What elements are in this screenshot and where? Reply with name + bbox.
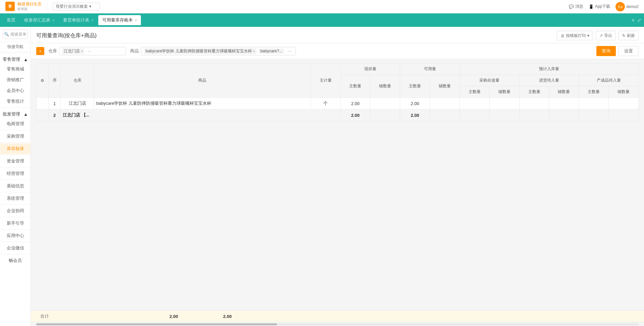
sidebar-item-ops[interactable]: 经营管理: [0, 168, 31, 179]
cell-warehouse: 江北门店: [61, 98, 94, 109]
query-btn[interactable]: 查询: [596, 46, 616, 56]
tab-order-stat[interactable]: 要货单统计表 ×: [59, 15, 97, 25]
subtotal-row: 2 江北门店 【... 2.00 2.00: [37, 109, 639, 121]
cell-production-aux: [609, 98, 639, 109]
footer-label: 合计: [36, 313, 53, 319]
remove-product-tag-1[interactable]: ×: [253, 49, 255, 53]
warehouse-tag-container[interactable]: 江北门店 × ···: [59, 47, 126, 55]
page-actions: 🖨 按模板打印 ▾ ↗ 导出 ↻ 刷新: [557, 31, 639, 40]
sidebar-item-retail-stats[interactable]: 零售统计: [0, 96, 31, 107]
warehouse-more-btn[interactable]: ···: [86, 48, 93, 54]
footer-available-main: 2.00: [214, 314, 241, 319]
subtotal-stock-aux: [370, 109, 400, 121]
sidebar-item-appstore[interactable]: 应用中心: [0, 230, 31, 241]
footer-stock-main: 2.00: [160, 314, 187, 319]
sidebar-item-guide[interactable]: 新手引导: [0, 218, 31, 229]
export-btn[interactable]: ↗ 导出: [596, 31, 616, 40]
th-purchase-aux: 辅数量: [489, 86, 519, 98]
sidebar-group-retail-header[interactable]: 零售管理 ▲: [0, 54, 31, 64]
cell-purchase-aux: [489, 98, 519, 109]
sidebar-item-wechat[interactable]: 企业微信: [0, 243, 31, 253]
product-tag-1: babycare学饮杯 儿童防摔防撞吸管杯重力球吸嘴杯宝宝水杯 ×: [144, 48, 257, 54]
sidebar-item-marketing[interactable]: 营销推广: [0, 75, 31, 85]
sidebar-item-finance[interactable]: 资金管理: [0, 156, 31, 167]
th-gear[interactable]: ⚙: [37, 63, 49, 98]
table-scrollbar-track[interactable]: [36, 323, 639, 325]
sidebar-group-wholesale-header[interactable]: 批发管理 ▲: [0, 108, 31, 119]
top-bar-left: 婴 畅捷通好生意 标准版 母婴行业演示账套 ▾: [5, 2, 100, 11]
cell-incoming-main: [519, 98, 549, 109]
message-btn[interactable]: 💬 消息: [569, 4, 583, 9]
tab-available-stock[interactable]: 可用量库存账本 ×: [98, 15, 141, 25]
chevron-down-icon-wholesale: ▲: [23, 112, 28, 117]
search-icon: 🔍: [4, 32, 9, 37]
close-tab-receivable[interactable]: ×: [52, 18, 54, 22]
close-tab-order-stat[interactable]: ×: [91, 18, 93, 22]
table-area[interactable]: ⚙ 序 仓库 商品 主计量: [31, 59, 644, 310]
th-available-main: 主数量: [400, 75, 430, 98]
refresh-btn[interactable]: ↻ 刷新: [619, 31, 639, 40]
data-table: ⚙ 序 仓库 商品 主计量: [36, 63, 639, 121]
print-template-btn[interactable]: 🖨 按模板打印 ▾: [557, 31, 593, 40]
sidebar-item-changyuaner[interactable]: 畅会员: [0, 255, 31, 266]
sidebar-item-purchase[interactable]: 采购管理: [0, 131, 31, 142]
gear-icon: ⚙: [41, 78, 44, 83]
logo-sub: 标准版: [17, 7, 42, 11]
avatar: Ea: [615, 2, 625, 11]
chevron-down-icon-print: ▾: [587, 33, 589, 38]
sidebar-item-collab[interactable]: 企业协同: [0, 205, 31, 216]
th-incoming-group: 进货待入量: [519, 75, 579, 86]
sidebar-item-system[interactable]: 系统管理: [0, 193, 31, 204]
subtotal-no: 2: [49, 109, 61, 121]
industry-selector[interactable]: 母婴行业演示账套 ▾: [53, 3, 100, 10]
sidebar-search-area: 🔍 搜索菜单: [0, 27, 31, 42]
product-tag-2: babycare?...: [259, 48, 284, 54]
remove-warehouse-tag[interactable]: ×: [81, 49, 83, 53]
th-purchase-main: 主数量: [460, 86, 489, 98]
cell-no: 1: [49, 98, 61, 109]
cell-gear: [37, 98, 49, 109]
refresh-icon: ↻: [622, 33, 626, 38]
filter-bar: » 仓库 江北门店 × ··· 商品 babycare学饮杯 儿童防摔防撞吸管杯…: [31, 43, 644, 59]
tab-home[interactable]: 首页: [3, 15, 19, 25]
cell-available-main: 2.00: [400, 98, 430, 109]
sidebar-item-ecommerce[interactable]: 电商管理: [0, 119, 31, 129]
subtotal-production-aux: [609, 109, 639, 121]
th-available-aux: 辅数量: [430, 75, 460, 98]
th-purchase-group: 采购在途量: [460, 75, 519, 86]
sidebar-item-quick-nav[interactable]: 快捷导航: [0, 42, 31, 52]
user-profile[interactable]: Ea demo2: [615, 2, 639, 11]
sidebar-item-stock[interactable]: 库存核算: [0, 143, 31, 154]
table-scrollbar-thumb[interactable]: [36, 323, 277, 325]
cell-incoming-aux: [549, 98, 579, 109]
sidebar-item-retail-mall[interactable]: 零售商城: [0, 64, 31, 75]
setting-btn[interactable]: 设置: [619, 46, 639, 56]
app-download-btn[interactable]: 📱 App下载: [589, 4, 610, 9]
th-product: 商品: [94, 63, 311, 98]
cell-stock-main: 2.00: [340, 98, 370, 109]
filter-expand-btn[interactable]: »: [36, 47, 44, 55]
logo-icon: 婴: [5, 2, 15, 11]
close-tab-available-stock[interactable]: ×: [135, 18, 137, 22]
product-tag-container[interactable]: babycare学饮杯 儿童防摔防撞吸管杯重力球吸嘴杯宝宝水杯 × babyca…: [141, 47, 296, 55]
product-filter-group: 商品 babycare学饮杯 儿童防摔防撞吸管杯重力球吸嘴杯宝宝水杯 × bab…: [130, 47, 296, 55]
product-more-btn[interactable]: ···: [286, 48, 293, 54]
th-production-aux: 辅数量: [609, 86, 639, 98]
maximize-window-btn[interactable]: ⤢: [637, 17, 641, 23]
close-window-btn[interactable]: ×: [632, 17, 635, 23]
th-stock-aux: 辅数量: [370, 75, 400, 98]
window-controls: × ⤢: [632, 17, 641, 23]
subtotal-incoming-main: [519, 109, 549, 121]
search-menu-btn[interactable]: 🔍 搜索菜单: [3, 30, 28, 39]
th-production-group: 产成品待入量: [579, 75, 639, 86]
tab-receivable[interactable]: 收发存汇总表 ×: [20, 15, 58, 25]
th-available-group: 可用量: [400, 63, 460, 75]
message-icon: 💬: [569, 4, 574, 9]
logo-text: 畅捷通好生意: [17, 2, 42, 6]
warehouse-filter-group: 仓库 江北门店 × ···: [48, 47, 126, 55]
sidebar-item-member-center[interactable]: 会员中心: [0, 85, 31, 96]
table-row: 1 江北门店 babycare学饮杯 儿童防摔防撞吸管杯重力球吸嘴杯宝宝水杯 个…: [37, 98, 639, 109]
table-footer: 合计 2.00 2.00: [31, 310, 644, 322]
th-stock-group: 现存量: [340, 63, 400, 75]
sidebar-item-basic[interactable]: 基础信息: [0, 181, 31, 191]
